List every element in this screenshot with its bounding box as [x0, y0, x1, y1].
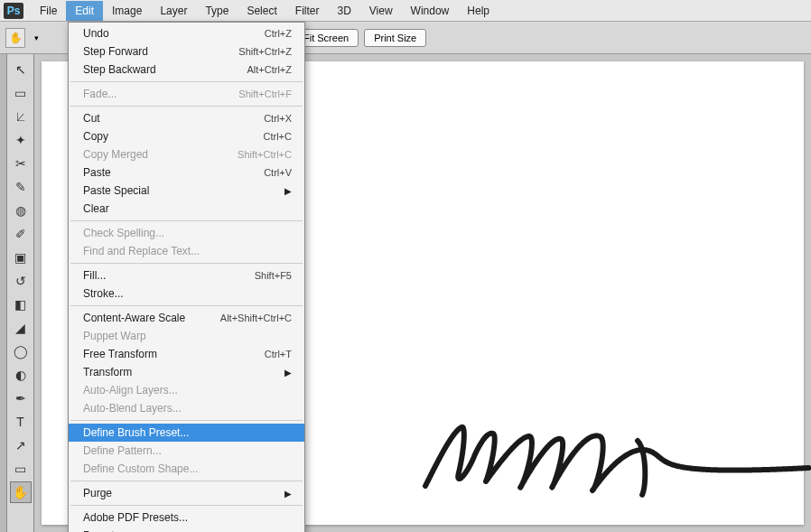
menu-item-label: Auto-Blend Layers...	[83, 402, 182, 415]
menu-item-shortcut: Shift+F5	[255, 270, 292, 281]
menu-item-purge[interactable]: Purge▶	[69, 484, 304, 502]
tools-panel: ↖▭⟀✦✂✎◍✐▣↺◧◢◯◐✒T↗▭✋	[7, 54, 34, 532]
menu-item-label: Copy	[83, 130, 108, 143]
menu-item-label: Auto-Align Layers...	[83, 384, 178, 397]
menu-select[interactable]: Select	[238, 1, 285, 21]
menu-item-label: Define Custom Shape...	[83, 462, 198, 475]
pen-tool[interactable]: ✒	[10, 387, 32, 409]
path-selection-tool[interactable]: ↗	[10, 434, 32, 456]
menu-item-auto-align-layers: Auto-Align Layers...	[69, 381, 304, 399]
menu-item-transform[interactable]: Transform▶	[69, 363, 304, 381]
menu-item-cut[interactable]: CutCtrl+X	[69, 109, 304, 127]
menu-item-define-pattern: Define Pattern...	[69, 442, 304, 460]
menu-item-label: Step Backward	[83, 63, 156, 76]
marquee-tool[interactable]: ▭	[10, 82, 32, 104]
menu-item-paste[interactable]: PasteCtrl+V	[69, 163, 304, 182]
menu-item-shortcut: Ctrl+T	[265, 349, 292, 359]
menu-item-label: Find and Replace Text...	[83, 245, 200, 257]
menu-image[interactable]: Image	[103, 1, 151, 21]
menu-item-label: Define Pattern...	[83, 444, 162, 457]
menu-separator	[70, 220, 303, 221]
menu-item-label: Undo	[83, 27, 109, 40]
healing-brush-tool[interactable]: ◍	[10, 200, 32, 221]
menu-item-label: Fill...	[83, 269, 106, 282]
menu-item-label: Fade...	[83, 88, 117, 100]
menu-item-label: Step Forward	[83, 45, 148, 58]
menu-item-step-forward[interactable]: Step ForwardShift+Ctrl+Z	[69, 42, 304, 61]
crop-tool[interactable]: ✂	[10, 153, 32, 174]
dodge-tool[interactable]: ◐	[10, 364, 32, 386]
menu-edit[interactable]: Edit	[66, 1, 103, 21]
menu-item-label: Adobe PDF Presets...	[83, 511, 188, 524]
menu-separator	[70, 263, 303, 264]
menu-view[interactable]: View	[360, 1, 402, 21]
menu-item-check-spelling: Check Spelling...	[69, 224, 304, 242]
menu-item-paste-special[interactable]: Paste Special▶	[69, 182, 304, 200]
menu-type[interactable]: Type	[196, 1, 238, 21]
menu-item-content-aware-scale[interactable]: Content-Aware ScaleAlt+Shift+Ctrl+C	[69, 309, 304, 327]
app-logo: Ps	[4, 3, 23, 19]
menu-item-copy-merged: Copy MergedShift+Ctrl+C	[69, 145, 304, 163]
menu-item-label: Puppet Warp	[83, 330, 146, 342]
submenu-arrow-icon: ▶	[275, 186, 292, 196]
menu-item-label: Define Brush Preset...	[83, 426, 189, 439]
brush-tool[interactable]: ✐	[10, 223, 32, 245]
menu-item-adobe-pdf-presets[interactable]: Adobe PDF Presets...	[69, 509, 304, 527]
blur-tool[interactable]: ◯	[10, 341, 32, 362]
menu-separator	[70, 420, 303, 421]
menu-item-stroke[interactable]: Stroke...	[69, 285, 304, 303]
tool-preset-dropdown[interactable]: ▾	[34, 33, 39, 42]
menu-item-label: Stroke...	[83, 287, 124, 300]
eyedropper-tool[interactable]: ✎	[10, 176, 32, 198]
menu-item-shortcut: Ctrl+Z	[265, 28, 292, 39]
history-brush-tool[interactable]: ↺	[10, 270, 32, 292]
menu-item-find-and-replace-text: Find and Replace Text...	[69, 242, 304, 260]
menu-item-shortcut: Shift+Ctrl+Z	[238, 46, 292, 57]
move-tool[interactable]: ↖	[10, 59, 32, 80]
edit-menu-dropdown: UndoCtrl+ZStep ForwardShift+Ctrl+ZStep B…	[68, 22, 305, 532]
menu-item-label: Free Transform	[83, 348, 157, 360]
menu-item-shortcut: Alt+Ctrl+Z	[247, 64, 292, 75]
menu-item-shortcut: Alt+Shift+Ctrl+C	[220, 313, 292, 323]
type-tool[interactable]: T	[10, 411, 32, 433]
menu-item-fade: Fade...Shift+Ctrl+F	[69, 85, 304, 103]
menu-item-label: Check Spelling...	[83, 227, 164, 239]
menu-file[interactable]: File	[31, 1, 66, 21]
menu-item-clear[interactable]: Clear	[69, 200, 304, 218]
magic-wand-tool[interactable]: ✦	[10, 129, 32, 151]
menu-item-label: Copy Merged	[83, 148, 148, 161]
gradient-tool[interactable]: ◢	[10, 317, 32, 339]
menu-item-fill[interactable]: Fill...Shift+F5	[69, 266, 304, 285]
menu-window[interactable]: Window	[402, 1, 459, 21]
menu-item-free-transform[interactable]: Free TransformCtrl+T	[69, 345, 304, 363]
menu-layer[interactable]: Layer	[151, 1, 196, 21]
eraser-tool[interactable]: ◧	[10, 294, 32, 315]
menu-3d[interactable]: 3D	[328, 1, 359, 21]
lasso-tool[interactable]: ⟀	[10, 106, 32, 127]
print-size-button[interactable]: Print Size	[364, 29, 426, 47]
menu-item-step-backward[interactable]: Step BackwardAlt+Ctrl+Z	[69, 61, 304, 79]
menu-item-auto-blend-layers: Auto-Blend Layers...	[69, 399, 304, 417]
menu-item-label: Paste	[83, 166, 111, 179]
hand-tool-icon: ✋	[5, 28, 25, 48]
menu-item-shortcut: Shift+Ctrl+F	[238, 89, 292, 99]
clone-stamp-tool[interactable]: ▣	[10, 247, 32, 268]
menu-item-shortcut: Ctrl+V	[264, 167, 292, 178]
menu-separator	[70, 505, 303, 506]
menu-item-define-brush-preset[interactable]: Define Brush Preset...	[69, 424, 304, 442]
menu-item-label: Paste Special	[83, 184, 149, 197]
menu-filter[interactable]: Filter	[286, 1, 329, 21]
menu-item-presets[interactable]: Presets▶	[69, 527, 304, 532]
menu-item-undo[interactable]: UndoCtrl+Z	[69, 24, 304, 42]
menu-item-label: Cut	[83, 112, 100, 125]
hand-tool[interactable]: ✋	[10, 481, 32, 503]
shape-tool[interactable]: ▭	[10, 458, 32, 480]
menu-item-shortcut: Shift+Ctrl+C	[238, 149, 292, 160]
panel-strip	[0, 54, 7, 532]
submenu-arrow-icon: ▶	[275, 368, 292, 378]
signature-artwork	[421, 405, 811, 513]
menu-item-copy[interactable]: CopyCtrl+C	[69, 127, 304, 145]
menu-item-label: Content-Aware Scale	[83, 312, 185, 324]
menu-help[interactable]: Help	[458, 1, 499, 21]
menu-item-define-custom-shape: Define Custom Shape...	[69, 460, 304, 478]
